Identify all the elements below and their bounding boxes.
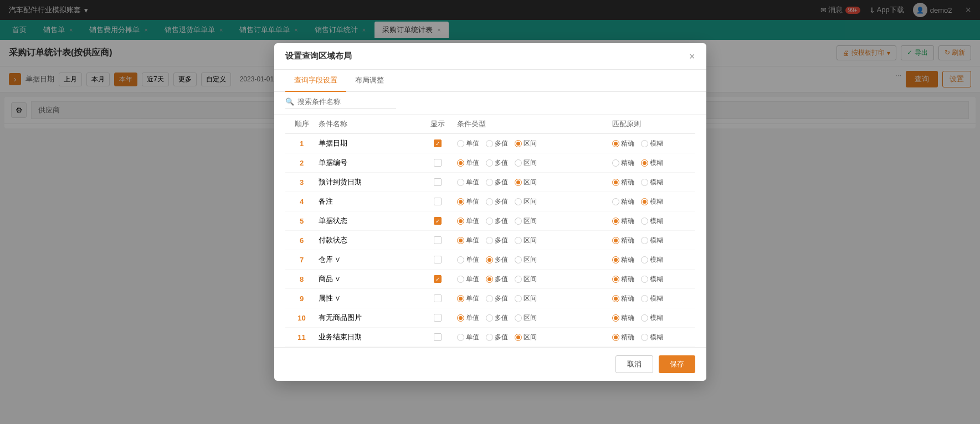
display-checkbox-9[interactable] xyxy=(434,314,442,322)
match-radio-0-精确[interactable]: 精确 xyxy=(612,139,634,148)
row-match-5: 精确模糊 xyxy=(612,236,706,245)
row-display-6 xyxy=(418,256,457,263)
match-radio-8-精确[interactable]: 精确 xyxy=(612,294,634,303)
type-radio-0-单值[interactable]: 单值 xyxy=(457,139,479,148)
type-radio-4-区间[interactable]: 区间 xyxy=(515,216,537,226)
row-match-4: 精确模糊 xyxy=(612,216,706,226)
display-checkbox-2[interactable] xyxy=(434,178,442,186)
dialog-header: 设置查询区域布局 × xyxy=(274,43,706,70)
table-row: 4备注单值多值区间精确模糊 xyxy=(285,192,695,211)
type-radio-6-区间[interactable]: 区间 xyxy=(515,255,537,265)
match-radio-9-精确[interactable]: 精确 xyxy=(612,313,634,323)
type-radio-6-单值[interactable]: 单值 xyxy=(457,255,479,265)
search-icon: 🔍 xyxy=(285,97,294,106)
display-checkbox-0[interactable] xyxy=(434,139,442,147)
type-radio-8-单值[interactable]: 单值 xyxy=(457,294,479,303)
display-checkbox-4[interactable] xyxy=(434,217,442,225)
match-radio-2-精确[interactable]: 精确 xyxy=(612,178,634,187)
row-num-1: 2 xyxy=(285,159,319,167)
dialog-tab-fields[interactable]: 查询字段设置 xyxy=(285,70,346,92)
match-radio-4-模糊[interactable]: 模糊 xyxy=(641,216,663,226)
type-radio-5-区间[interactable]: 区间 xyxy=(515,236,537,245)
match-radio-3-精确[interactable]: 精确 xyxy=(612,197,634,206)
match-radio-7-模糊[interactable]: 模糊 xyxy=(641,275,663,284)
cancel-button[interactable]: 取消 xyxy=(615,355,653,373)
match-radio-5-精确[interactable]: 精确 xyxy=(612,236,634,245)
match-radio-10-模糊[interactable]: 模糊 xyxy=(641,333,663,342)
match-radio-8-模糊[interactable]: 模糊 xyxy=(641,294,663,303)
type-radio-5-单值[interactable]: 单值 xyxy=(457,236,479,245)
match-radio-2-模糊[interactable]: 模糊 xyxy=(641,178,663,187)
type-radio-1-单值[interactable]: 单值 xyxy=(457,158,479,168)
type-radio-10-单值[interactable]: 单值 xyxy=(457,333,479,342)
row-display-7 xyxy=(418,275,457,283)
match-radio-4-精确[interactable]: 精确 xyxy=(612,216,634,226)
match-radio-0-模糊[interactable]: 模糊 xyxy=(641,139,663,148)
display-checkbox-7[interactable] xyxy=(434,275,442,283)
type-radio-8-区间[interactable]: 区间 xyxy=(515,294,537,303)
row-num-8: 9 xyxy=(285,294,319,303)
match-radio-7-精确[interactable]: 精确 xyxy=(612,275,634,284)
type-radio-1-多值[interactable]: 多值 xyxy=(486,158,508,168)
row-match-1: 精确模糊 xyxy=(612,158,706,168)
display-checkbox-10[interactable] xyxy=(434,333,442,341)
type-radio-0-区间[interactable]: 区间 xyxy=(515,139,537,148)
type-radio-7-区间[interactable]: 区间 xyxy=(515,275,537,284)
dialog-close-button[interactable]: × xyxy=(689,51,695,61)
row-match-8: 精确模糊 xyxy=(612,294,706,303)
display-checkbox-6[interactable] xyxy=(434,256,442,263)
type-radio-3-区间[interactable]: 区间 xyxy=(515,197,537,206)
row-name-4: 单据状态 xyxy=(319,216,418,226)
display-checkbox-3[interactable] xyxy=(434,198,442,205)
type-radio-3-多值[interactable]: 多值 xyxy=(486,197,508,206)
type-radio-2-单值[interactable]: 单值 xyxy=(457,178,479,187)
display-checkbox-8[interactable] xyxy=(434,294,442,302)
type-radio-5-多值[interactable]: 多值 xyxy=(486,236,508,245)
table-rows-container: 1单据日期单值多值区间精确模糊2单据编号单值多值区间精确模糊3预计到货日期单值多… xyxy=(285,134,695,347)
match-radio-5-模糊[interactable]: 模糊 xyxy=(641,236,663,245)
row-match-7: 精确模糊 xyxy=(612,275,706,284)
col-header-type: 条件类型 xyxy=(457,119,612,129)
type-radio-4-多值[interactable]: 多值 xyxy=(486,216,508,226)
display-checkbox-5[interactable] xyxy=(434,236,442,244)
search-input[interactable] xyxy=(297,97,386,106)
type-radio-3-单值[interactable]: 单值 xyxy=(457,197,479,206)
match-radio-3-模糊[interactable]: 模糊 xyxy=(641,197,663,206)
match-radio-1-模糊[interactable]: 模糊 xyxy=(641,158,663,168)
row-name-6: 仓库 ∨ xyxy=(319,255,418,265)
type-radio-2-多值[interactable]: 多值 xyxy=(486,178,508,187)
row-num-3: 4 xyxy=(285,198,319,206)
match-radio-1-精确[interactable]: 精确 xyxy=(612,158,634,168)
table-row: 9属性 ∨单值多值区间精确模糊 xyxy=(285,289,695,308)
type-radio-1-区间[interactable]: 区间 xyxy=(515,158,537,168)
row-num-5: 6 xyxy=(285,236,319,245)
row-type-9: 单值多值区间 xyxy=(457,313,612,323)
row-num-4: 5 xyxy=(285,217,319,225)
save-button[interactable]: 保存 xyxy=(659,355,695,373)
dialog-tab-layout[interactable]: 布局调整 xyxy=(346,70,393,92)
modal-overlay: 设置查询区域布局 × 查询字段设置 布局调整 🔍 顺序 条件名称 xyxy=(0,0,980,424)
type-radio-6-多值[interactable]: 多值 xyxy=(486,255,508,265)
type-radio-10-多值[interactable]: 多值 xyxy=(486,333,508,342)
type-radio-7-多值[interactable]: 多值 xyxy=(486,275,508,284)
match-radio-6-模糊[interactable]: 模糊 xyxy=(641,255,663,265)
table-row: 1单据日期单值多值区间精确模糊 xyxy=(285,134,695,153)
match-radio-9-模糊[interactable]: 模糊 xyxy=(641,313,663,323)
match-radio-10-精确[interactable]: 精确 xyxy=(612,333,634,342)
type-radio-4-单值[interactable]: 单值 xyxy=(457,216,479,226)
row-display-2 xyxy=(418,178,457,186)
type-radio-10-区间[interactable]: 区间 xyxy=(515,333,537,342)
table-row: 10有无商品图片单值多值区间精确模糊 xyxy=(285,308,695,328)
type-radio-2-区间[interactable]: 区间 xyxy=(515,178,537,187)
row-type-8: 单值多值区间 xyxy=(457,294,612,303)
type-radio-0-多值[interactable]: 多值 xyxy=(486,139,508,148)
row-name-8: 属性 ∨ xyxy=(319,293,418,303)
type-radio-9-多值[interactable]: 多值 xyxy=(486,313,508,323)
type-radio-9-区间[interactable]: 区间 xyxy=(515,313,537,323)
type-radio-8-多值[interactable]: 多值 xyxy=(486,294,508,303)
type-radio-9-单值[interactable]: 单值 xyxy=(457,313,479,323)
match-radio-6-精确[interactable]: 精确 xyxy=(612,255,634,265)
table-row: 6付款状态单值多值区间精确模糊 xyxy=(285,231,695,250)
display-checkbox-1[interactable] xyxy=(434,159,442,167)
type-radio-7-单值[interactable]: 单值 xyxy=(457,275,479,284)
